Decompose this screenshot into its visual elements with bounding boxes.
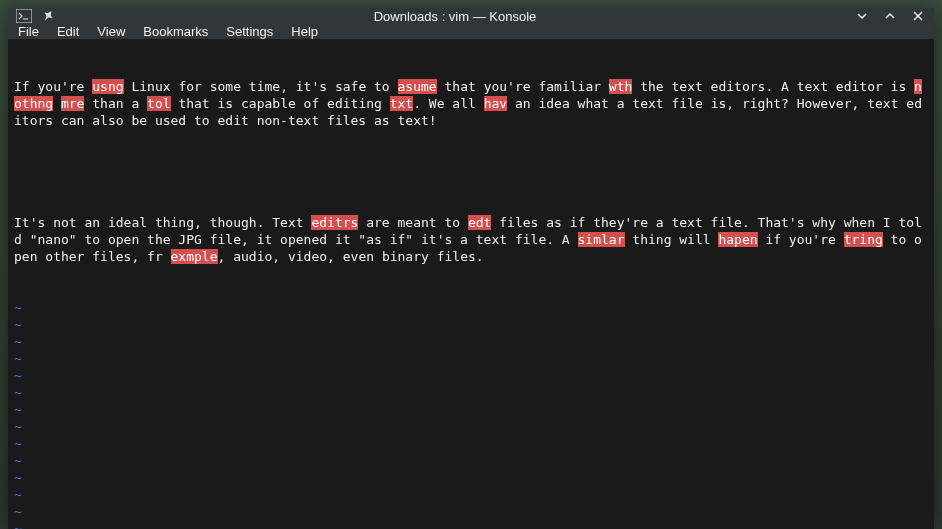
- konsole-window: Downloads : vim — Konsole File Edit View…: [8, 8, 934, 521]
- maximize-button[interactable]: [882, 8, 898, 24]
- menu-edit[interactable]: Edit: [57, 24, 79, 39]
- spell-error: tring: [844, 232, 883, 247]
- empty-lines: ~~~~~~~~~~~~~~~~~~: [14, 299, 928, 529]
- paragraph-2: It's not an ideal thing, though. Text ed…: [14, 214, 928, 265]
- spell-error: tol: [147, 96, 170, 111]
- tilde-line: ~: [14, 316, 928, 333]
- spell-error: editrs: [311, 215, 358, 230]
- spell-error: hav: [484, 96, 507, 111]
- tilde-line: ~: [14, 503, 928, 520]
- spell-error: simlar: [578, 232, 625, 247]
- spell-error: asume: [398, 79, 437, 94]
- tilde-line: ~: [14, 367, 928, 384]
- titlebar-left: [16, 8, 56, 24]
- menu-view[interactable]: View: [97, 24, 125, 39]
- tilde-line: ~: [14, 384, 928, 401]
- spell-error: mre: [61, 96, 84, 111]
- pin-icon[interactable]: [40, 8, 56, 24]
- spell-error: usng: [92, 79, 123, 94]
- menu-help[interactable]: Help: [291, 24, 318, 39]
- tilde-line: ~: [14, 418, 928, 435]
- blank-line: [14, 163, 928, 180]
- spell-error: edt: [468, 215, 491, 230]
- spell-error: exmple: [171, 249, 218, 264]
- titlebar: Downloads : vim — Konsole: [8, 8, 934, 24]
- close-button[interactable]: [910, 8, 926, 24]
- tilde-line: ~: [14, 333, 928, 350]
- tilde-line: ~: [14, 401, 928, 418]
- spell-error: txt: [390, 96, 413, 111]
- spell-error: hapen: [718, 232, 757, 247]
- tilde-line: ~: [14, 435, 928, 452]
- tilde-line: ~: [14, 486, 928, 503]
- tilde-line: ~: [14, 520, 928, 529]
- tilde-line: ~: [14, 469, 928, 486]
- tilde-line: ~: [14, 452, 928, 469]
- menubar: File Edit View Bookmarks Settings Help: [8, 24, 934, 40]
- svg-rect-0: [16, 9, 32, 23]
- window-controls: [854, 8, 926, 24]
- menu-file[interactable]: File: [18, 24, 39, 39]
- minimize-button[interactable]: [854, 8, 870, 24]
- spell-error: wth: [609, 79, 632, 94]
- menu-bookmarks[interactable]: Bookmarks: [143, 24, 208, 39]
- terminal-viewport[interactable]: If you're usng Linux for some time, it's…: [8, 40, 934, 529]
- paragraph-1: If you're usng Linux for some time, it's…: [14, 78, 928, 129]
- tilde-line: ~: [14, 350, 928, 367]
- menu-settings[interactable]: Settings: [226, 24, 273, 39]
- terminal-icon: [16, 8, 32, 24]
- window-title: Downloads : vim — Konsole: [56, 9, 854, 24]
- tilde-line: ~: [14, 299, 928, 316]
